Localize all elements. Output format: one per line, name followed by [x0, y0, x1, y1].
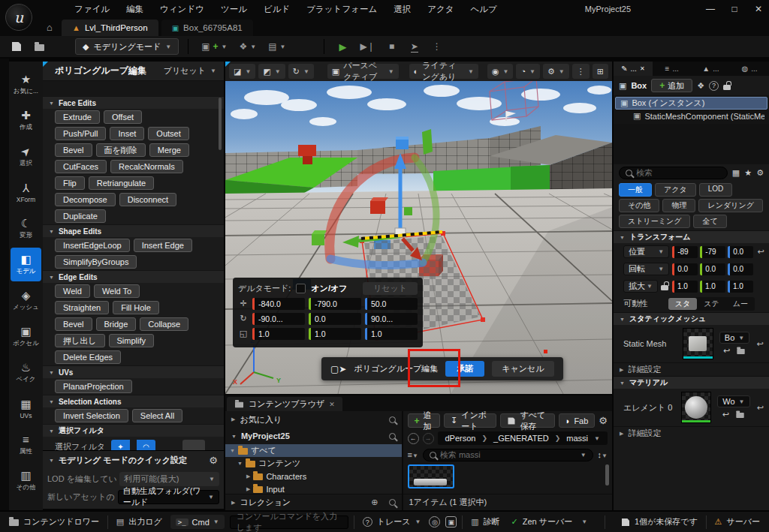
mobility-static[interactable]: スタ — [668, 298, 697, 310]
delta-translate-z[interactable]: 50.0 — [365, 298, 418, 310]
delta-translate-x[interactable]: -840.0 — [252, 298, 305, 310]
show-dropdown[interactable]: ◉▼ — [487, 64, 514, 79]
tool-outset[interactable]: Outset — [148, 127, 188, 140]
delta-scale-x[interactable]: 1.0 — [252, 328, 305, 340]
delta-rotate-z[interactable]: 90.0... — [365, 313, 418, 325]
static-mesh-dropdown[interactable]: Bo▼ — [719, 332, 749, 344]
forward-button[interactable]: → — [423, 433, 434, 444]
location-x[interactable]: -89 — [672, 246, 698, 258]
panel-scrollbar[interactable] — [219, 98, 222, 150]
tool-selectall[interactable]: Select All — [132, 409, 182, 422]
content-drawer-button[interactable]: コンテンツドロワー — [6, 516, 102, 527]
rotation-z[interactable]: 0.0 — [728, 263, 753, 275]
grid-view-icon[interactable]: ▦ — [732, 168, 740, 178]
mesh-filter-toggle[interactable] — [182, 440, 205, 450]
chip-misc[interactable]: その他 — [619, 199, 659, 212]
tool-duplicate[interactable]: Duplicate — [55, 209, 106, 223]
menu-edit[interactable]: 編集 — [118, 0, 152, 18]
asset-scrollbar[interactable] — [605, 464, 609, 485]
sidebar-item-model[interactable]: ◧モデル — [11, 248, 41, 281]
quad-layout-button[interactable]: ⊞ — [593, 64, 608, 79]
tool-weldto[interactable]: Weld To — [94, 284, 140, 298]
play-options-button[interactable]: ⋮ — [428, 38, 446, 55]
tool-straighten[interactable]: Straighten — [55, 301, 109, 314]
help-icon[interactable]: ? — [709, 81, 719, 91]
sidebar-item-uvs[interactable]: ▦UVs — [11, 392, 41, 425]
sidebar-item-create[interactable]: ✚作成 — [11, 104, 41, 137]
cmd-dropdown[interactable]: >_Cmd▼ — [170, 515, 225, 529]
view-mode-dropdown[interactable]: ◐ライティングあり▼ — [409, 64, 478, 79]
menu-tools[interactable]: ツール — [213, 0, 255, 18]
menu-window[interactable]: ウィンドウ — [152, 0, 213, 18]
tree-item-input[interactable]: ▶Input — [225, 482, 402, 494]
scale-y[interactable]: 1.0 — [700, 281, 725, 293]
section-selection-filter[interactable]: ▼選択フィルタ — [43, 424, 224, 437]
section-face-edits[interactable]: ▼Face Edits — [43, 96, 224, 109]
details-search-input[interactable]: 検索 — [619, 167, 728, 179]
tool-offset[interactable]: Offset — [104, 110, 142, 124]
tool-fillhole[interactable]: Fill Hole — [113, 301, 159, 314]
tool-simplify[interactable]: Simplify — [109, 334, 155, 347]
tool-extrude[interactable]: Extrude — [55, 110, 100, 124]
maximize-button[interactable]: □ — [724, 1, 745, 17]
diagnostics-button[interactable]: ▥診断 — [468, 516, 502, 527]
import-button[interactable]: ↧インポート — [444, 413, 496, 428]
menu-select[interactable]: 選択 — [385, 0, 419, 18]
add-button[interactable]: +追加 — [408, 413, 440, 428]
output-log-button[interactable]: ▤出力ログ — [113, 516, 165, 527]
section-shape-edits[interactable]: ▼Shape Edits — [43, 224, 224, 237]
console-input[interactable]: コンソールコマンドを入力します — [230, 515, 348, 529]
add-collection-icon[interactable]: ⊕ — [371, 497, 378, 507]
delta-scale-y[interactable]: 1.0 — [309, 328, 361, 340]
zen-server-dropdown[interactable]: ✓Zen サーバー▼ — [508, 516, 591, 527]
material-dropdown[interactable]: Wo▼ — [717, 395, 749, 407]
scale-lock-icon[interactable] — [661, 285, 668, 290]
content-browser-tab[interactable]: コンテンツブラウザ ✕ — [227, 397, 342, 411]
rotation-y[interactable]: 0.0 — [700, 263, 725, 275]
sidebar-item-voxel[interactable]: ▣ボクセル — [11, 320, 41, 353]
tool-invertselection[interactable]: Invert Selection — [55, 409, 128, 422]
location-dropdown[interactable]: 位置▼ — [623, 245, 669, 258]
material-thumbnail[interactable] — [681, 392, 711, 423]
tool-recalcnormals[interactable]: RecalcNormals — [110, 160, 183, 173]
close-icon[interactable]: ✕ — [640, 65, 645, 72]
component-row-instance[interactable]: ▣Box (インスタンス) — [615, 97, 767, 110]
mobility-stationary[interactable]: ステ — [697, 298, 725, 310]
tool-extrude-edge[interactable]: 押し出し — [55, 334, 105, 347]
cinematics-dropdown[interactable]: ▤▼ — [264, 38, 289, 55]
chip-actor[interactable]: アクタ — [655, 183, 696, 197]
preset-dropdown[interactable]: プリセット▼ — [164, 65, 216, 77]
use-selected-icon[interactable]: ↩ — [722, 410, 729, 419]
chip-general[interactable]: 一般 — [619, 183, 652, 197]
sidebar-item-bake[interactable]: ♨ベイク — [11, 356, 41, 389]
reset-to-default-icon[interactable]: ↩ — [756, 403, 765, 413]
filter-icon[interactable]: ≡▼ — [408, 450, 418, 459]
tool-decompose[interactable]: Decompose — [55, 193, 116, 206]
browse-to-asset-icon[interactable] — [737, 349, 744, 354]
component-row-staticmesh[interactable]: ▣StaticMeshComponent (StaticMe — [614, 110, 769, 122]
advanced-section[interactable]: ▶詳細設定 — [614, 362, 769, 376]
tool-cutfaces[interactable]: CutFaces — [55, 160, 107, 173]
tab-levels[interactable]: ▲... — [692, 62, 731, 76]
save-button[interactable] — [8, 38, 26, 55]
viewport-settings-dropdown[interactable]: ⚙▼ — [543, 64, 569, 79]
tool-bridge[interactable]: Bridge — [96, 317, 137, 331]
breadcrumb[interactable]: dPerson❯ _GENERATED❯ massi ▼ — [438, 431, 608, 445]
add-actor-dropdown[interactable]: ▣+▼ — [198, 38, 231, 55]
chip-all[interactable]: 全て — [693, 215, 726, 228]
sidebar-item-xform[interactable]: ⅄XForm — [11, 176, 41, 209]
project-row[interactable]: ▼MyProject25 — [225, 428, 402, 444]
tool-deleteedges[interactable]: Delete Edges — [55, 350, 121, 364]
camera-speed-dropdown[interactable]: ◔▼ — [516, 64, 540, 79]
play-button[interactable]: ▶ — [333, 38, 351, 55]
tree-item-content[interactable]: ▼コンテンツ — [225, 457, 402, 470]
rotation-dropdown[interactable]: 回転▼ — [623, 263, 669, 275]
home-icon[interactable]: ⌂ — [42, 20, 57, 35]
breadcrumb-item[interactable]: _GENERATED — [493, 434, 549, 443]
add-component-button[interactable]: +追加 — [651, 79, 692, 92]
fab-button[interactable]: ◗Fab — [559, 413, 596, 428]
search-icon[interactable] — [389, 433, 396, 440]
reset-to-default-icon[interactable]: ↩ — [756, 247, 765, 257]
tab-level[interactable]: ▲ Lvl_ThirdPerson — [62, 20, 158, 36]
viewport-edit-mode[interactable]: ◩▼ — [258, 64, 285, 79]
